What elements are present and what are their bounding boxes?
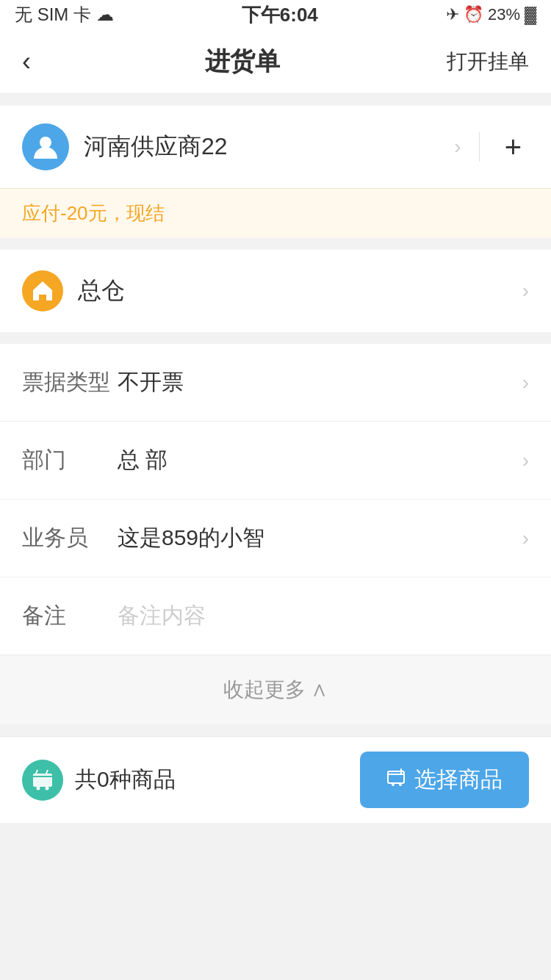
svg-point-4 [46, 786, 49, 790]
collapse-row[interactable]: 收起更多 ∧ [0, 655, 551, 724]
supplier-avatar [22, 123, 69, 170]
notice-bar: 应付-20元，现结 [0, 188, 551, 238]
bottom-fill [0, 823, 551, 980]
add-supplier-button[interactable]: + [497, 131, 529, 164]
divider-1 [0, 238, 551, 250]
department-value: 总 部 [118, 445, 522, 475]
location-icon: ✈ [446, 5, 459, 24]
product-count: 共0种商品 [75, 765, 360, 795]
home-icon [30, 278, 55, 303]
status-left: 无 SIM 卡 ☁ [15, 3, 114, 26]
collapse-label: 收起更多 ∧ [223, 676, 328, 704]
department-row[interactable]: 部门 总 部 › [0, 422, 551, 500]
warehouse-card: 总仓 › [0, 250, 551, 332]
warehouse-row[interactable]: 总仓 › [0, 250, 551, 332]
svg-point-7 [399, 783, 402, 786]
divider-2 [0, 332, 551, 344]
product-bar: 共0种商品 选择商品 [0, 736, 551, 823]
supplier-card: 河南供应商22 › + 应付-20元，现结 [0, 106, 551, 238]
status-bar: 无 SIM 卡 ☁ 下午6:04 ✈ ⏰ 23% ▓ [0, 0, 551, 29]
divider-3 [0, 724, 551, 736]
battery-icon: ▓ [525, 5, 536, 24]
salesperson-label: 业务员 [22, 523, 118, 553]
warehouse-chevron-icon: › [522, 279, 529, 303]
page-title: 进货单 [205, 45, 280, 79]
invoice-type-value: 不开票 [118, 367, 522, 397]
warehouse-name: 总仓 [78, 275, 522, 307]
battery-text: 23% [488, 5, 520, 24]
open-pending-button[interactable]: 打开挂单 [447, 48, 529, 76]
remark-input[interactable]: 备注内容 [118, 601, 529, 631]
alarm-icon: ⏰ [464, 5, 483, 24]
person-icon [31, 132, 60, 162]
back-button[interactable]: ‹ [22, 39, 38, 84]
supplier-name: 河南供应商22 [84, 131, 454, 163]
product-icon [22, 760, 63, 801]
supplier-chevron-icon: › [454, 135, 461, 159]
supplier-divider [479, 132, 480, 162]
svg-point-3 [37, 786, 40, 790]
signal-text: 无 SIM 卡 ☁ [15, 3, 114, 26]
salesperson-row[interactable]: 业务员 这是859的小智 › [0, 500, 551, 577]
remark-label: 备注 [22, 601, 118, 631]
svg-point-6 [392, 783, 395, 786]
status-time: 下午6:04 [242, 2, 318, 28]
nav-bar: ‹ 进货单 打开挂单 [0, 29, 551, 94]
form-card: 票据类型 不开票 › 部门 总 部 › 业务员 这是859的小智 › 备注 备注… [0, 344, 551, 655]
select-product-button[interactable]: 选择商品 [360, 752, 529, 808]
department-chevron-icon: › [522, 449, 529, 472]
warehouse-icon [22, 270, 63, 311]
salesperson-value: 这是859的小智 [118, 523, 522, 553]
salesperson-chevron-icon: › [522, 527, 529, 550]
select-product-label: 选择商品 [414, 765, 503, 795]
remark-row[interactable]: 备注 备注内容 [0, 577, 551, 655]
status-right: ✈ ⏰ 23% ▓ [446, 5, 536, 24]
cart-icon [30, 768, 55, 793]
invoice-type-label: 票据类型 [22, 367, 118, 397]
svg-rect-2 [33, 774, 52, 787]
supplier-row[interactable]: 河南供应商22 › + [0, 106, 551, 188]
svg-point-0 [40, 137, 51, 148]
invoice-type-row[interactable]: 票据类型 不开票 › [0, 344, 551, 422]
svg-rect-1 [39, 295, 46, 300]
select-cart-icon [386, 767, 407, 793]
department-label: 部门 [22, 445, 118, 475]
invoice-chevron-icon: › [522, 371, 529, 394]
top-divider [0, 94, 551, 106]
